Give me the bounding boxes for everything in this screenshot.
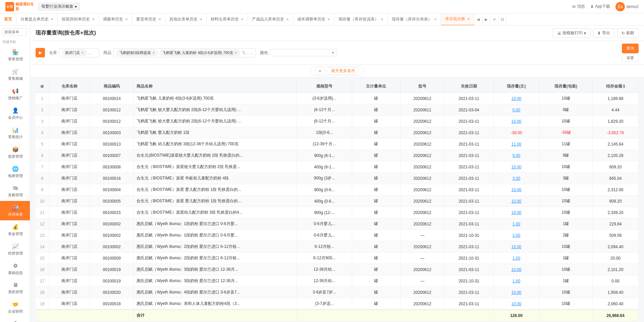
row-stock1[interactable]: 11.00 <box>493 139 539 150</box>
tab-product-in[interactable]: 产成品入库单历史 ✕ <box>248 13 293 25</box>
row-num: 12 <box>36 218 49 230</box>
row-stock1[interactable]: 1.00 <box>493 218 539 230</box>
row-stock1[interactable]: 1.00 <box>493 253 539 264</box>
tab-close-icon[interactable]: ✕ <box>286 17 289 21</box>
row-num: 4 <box>36 127 49 139</box>
sidebar-item-finance[interactable]: 💰 资金管理 <box>0 220 30 240</box>
tab-disassemble[interactable]: 组装拆卸单历史 ✕ <box>58 13 99 25</box>
sidebar-item-ecommerce[interactable]: 🌐 电商管理 <box>0 162 30 182</box>
product-tag-2-close[interactable]: ✕ <box>234 51 237 55</box>
row-stock1[interactable]: 1.00 <box>493 275 539 287</box>
refresh-btn[interactable]: ↻ 刷新 <box>617 28 639 38</box>
filter-dots[interactable]: ... <box>88 50 92 55</box>
row-stock1[interactable]: -39.00 <box>493 127 539 139</box>
row-stock1[interactable]: 3.00 <box>493 173 539 184</box>
product-input[interactable]: 飞鹤奶粉3段两提装 ✕ 飞鹤星飞帆 儿童奶粉 4段(3-6岁适用) 700克 ✕… <box>113 48 256 57</box>
tab-other-out[interactable]: 其他出库单历史 ✕ <box>165 13 207 25</box>
filter-expand-toggle[interactable]: ▶ <box>36 48 45 57</box>
table-row: 17 南岸门店 00100019 惠氏启赋（Wyeth illuma）3段奶粉 … <box>36 275 639 287</box>
row-num: 6 <box>36 150 49 161</box>
sidebar-item-system[interactable]: 🖥 系统管理 <box>0 279 30 298</box>
app-download-btn[interactable]: ⬇ App下载 <box>590 4 610 9</box>
row-stock2: 1罐 <box>539 275 593 287</box>
row-balance: 2,339.20 <box>592 207 638 218</box>
tab-close-icon[interactable]: ✕ <box>200 17 202 21</box>
export-btn[interactable]: ⬇ 导出 <box>593 28 614 38</box>
message-btn[interactable]: ✉ 消息 <box>572 4 585 9</box>
tab-close-icon[interactable]: ✕ <box>125 17 128 21</box>
sidebar-item-member[interactable]: 👤 会员中心 <box>0 104 30 123</box>
row-stock1[interactable]: 2.00 <box>493 230 539 241</box>
row-stock1[interactable]: 10.00 <box>493 241 539 253</box>
row-code: 00100014 <box>90 93 133 104</box>
tab-cost-adjust[interactable]: 成本调整单历史 ✕ <box>293 13 334 25</box>
tab-close-icon[interactable]: ✕ <box>51 17 53 21</box>
row-warehouse: 南岸门店 <box>49 93 90 104</box>
tab-material-out[interactable]: 材料出库单历史 ✕ <box>207 13 248 25</box>
sidebar-item-label: 库存核算 <box>8 212 23 217</box>
row-stock1[interactable]: 10.00 <box>493 298 539 310</box>
tab-close-icon[interactable]: ✕ <box>467 17 470 21</box>
breadcrumb-select[interactable]: 母婴行业演示账套 ▾ <box>38 3 80 10</box>
sidebar-item-wholesale[interactable]: 📦 批发管理 <box>0 143 30 162</box>
row-spec: 900g (12-... <box>297 207 352 218</box>
row-stock1[interactable]: 10.00 <box>493 184 539 196</box>
row-stock1[interactable]: 9.00 <box>493 150 539 161</box>
expand-more-btn[interactable]: ▾ 展开更多条件 <box>310 66 364 76</box>
row-warehouse: 南岸门店 <box>49 150 90 161</box>
sidebar-item-business[interactable]: 📈 经营管理 <box>0 240 30 259</box>
tab-inquiry[interactable]: 调拨单历史 ✕ <box>99 13 132 25</box>
user-area[interactable]: Ea demo2 <box>615 2 639 11</box>
col-code-header: 商品编码 <box>90 80 133 93</box>
row-stock1[interactable]: 0.00 <box>493 104 539 116</box>
sidebar-item-purchase[interactable]: 🛍 采购管理 <box>0 182 30 201</box>
tab-close-all[interactable]: ✕ <box>490 13 498 25</box>
search-input[interactable] <box>3 28 27 36</box>
row-code: 00100005 <box>90 196 133 207</box>
row-stock1[interactable]: 10.00 <box>493 196 539 207</box>
tab-stock-dist[interactable]: 现存量（库存分布表） ✕ <box>388 13 441 25</box>
sidebar-item-newbie[interactable]: 🎓 新手引导 <box>0 317 30 322</box>
product-filter-dots[interactable]: ... <box>250 50 253 55</box>
sidebar-item-retail-store[interactable]: 🛒 零售商城 <box>0 65 30 85</box>
col-settings[interactable]: ⚙ <box>36 80 49 93</box>
sidebar-item-basic[interactable]: ⚙ 基础信息 <box>0 259 30 279</box>
tab-requisition[interactable]: 要货单历史 ✕ <box>132 13 165 25</box>
warehouse-input[interactable]: 南岸门店 ✕ ... <box>59 48 99 57</box>
row-batch: 20200612 <box>400 264 444 275</box>
row-stock1[interactable]: 10.00 <box>493 264 539 275</box>
sidebar-item-retail-stats[interactable]: 📊 零售统计 <box>0 123 30 143</box>
tab-nav-next[interactable]: ▶ <box>482 13 490 25</box>
tab-expand[interactable]: ⊟ <box>498 13 506 25</box>
warehouse-tag-close[interactable]: ✕ <box>81 51 84 55</box>
tab-batch-voucher[interactable]: 库存批次账 ✕ <box>441 13 474 25</box>
tab-close-icon[interactable]: ✕ <box>241 17 244 21</box>
row-stock1[interactable]: 10.00 <box>493 287 539 298</box>
tab-nav-prev[interactable]: ◀ <box>474 13 482 25</box>
product-tag-1-close[interactable]: ✕ <box>152 51 155 55</box>
tab-split-inventory[interactable]: 分量盘点单历史 ✕ <box>16 13 58 25</box>
tab-stock-status[interactable]: 现存量（库存状况表） ✕ <box>334 13 388 25</box>
row-warehouse: 南岸门店 <box>49 127 90 139</box>
settings-btn[interactable]: 设置 <box>622 54 639 62</box>
query-btn[interactable]: 查询 <box>622 44 639 53</box>
row-stock1[interactable]: 10.00 <box>493 93 539 104</box>
tab-close-icon[interactable]: ✕ <box>327 17 330 21</box>
print-btn[interactable]: 🖨 按模板打印 ▾ <box>553 28 590 38</box>
tab-close-icon[interactable]: ✕ <box>158 17 161 21</box>
color-input[interactable]: ▾ <box>270 49 337 56</box>
sidebar-item-marketing[interactable]: 📢 营销推广 <box>0 85 30 104</box>
row-num: 10 <box>36 196 49 207</box>
tab-close-icon[interactable]: ✕ <box>381 17 383 21</box>
row-stock1[interactable]: 10.00 <box>493 116 539 127</box>
settings-icon[interactable]: ⚙ <box>40 84 44 89</box>
row-stock1[interactable]: 10.00 <box>493 161 539 173</box>
product-tag-1: 飞鹤奶粉3段两提装 ✕ <box>116 50 158 56</box>
sidebar-item-inventory[interactable]: 🏭 库存核算 <box>0 201 30 220</box>
row-stock1[interactable]: 10.00 <box>493 207 539 218</box>
tab-home[interactable]: 首页 <box>0 13 16 25</box>
tab-close-icon[interactable]: ✕ <box>434 17 437 21</box>
sidebar-item-corp[interactable]: 🤝 企业协同 <box>0 298 30 317</box>
tab-close-icon[interactable]: ✕ <box>92 17 95 21</box>
sidebar-item-retail-mgmt[interactable]: 🏪 零售管理 <box>0 46 30 65</box>
